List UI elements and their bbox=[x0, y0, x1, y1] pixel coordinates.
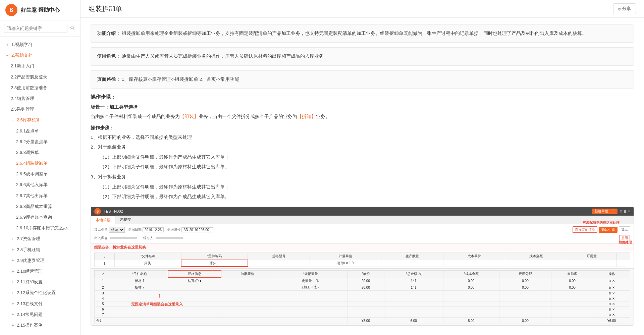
screenshot-container: 6 TEST-H002 新建单据一工 ⚙ ☰ ✕ 本地单据 未提交 bbox=[91, 207, 634, 326]
logo-icon: 6 bbox=[5, 4, 17, 16]
path-text: 1、库存核算->库存管理->组装拆卸单 2、首页->常用功能 bbox=[122, 77, 239, 82]
sidebar-item-coupon[interactable]: ＋ 2.9优惠券管理 bbox=[0, 255, 80, 266]
step3-1: （1）上部明细为父件明细，最终作为原材料生成其它出库单； bbox=[91, 183, 634, 191]
mock-lower-row4: 4 ⊕ ✕ bbox=[95, 296, 630, 301]
sidebar-item-purchase[interactable]: 2.5采购管理 bbox=[0, 104, 80, 115]
search-button[interactable] bbox=[69, 24, 76, 33]
plus-icon-sys: ＋ bbox=[11, 290, 15, 296]
mock-bom-indicator: 选择装配清单 bbox=[573, 226, 597, 233]
mock-form-row2: 出入库仓 经办人 启用 启用处理 bbox=[94, 235, 630, 241]
mock-operator bbox=[156, 237, 183, 239]
step2-1: （1）上部明细为父件明细，最终作为产成品生成其它入库单； bbox=[91, 153, 634, 162]
mock-upper-table-container: √ *父件名称 *父件编码 规格型号 计量单位 生产数量 成本单价 成本金额 可… bbox=[91, 251, 634, 268]
mock-lower-footer: 合计 ¥8.00 6.00 8.00 0.00 ¥6.00 bbox=[95, 318, 630, 324]
mock-tab-unsub[interactable]: 未提交 bbox=[115, 216, 136, 224]
plus-icon-cas: ＋ bbox=[11, 323, 15, 328]
sidebar-item-install[interactable]: 2.2产品安装及登录 bbox=[0, 72, 80, 82]
step2-2: （2）下部明细为子件明细，最终作为原材料生成其它出库单。 bbox=[91, 163, 634, 171]
mock-upper-table: √ *父件名称 *父件编码 规格型号 计量单位 生产数量 成本单价 成本金额 可… bbox=[94, 253, 630, 267]
sidebar-item-stock-error[interactable]: 2.6.10库存账本错了怎么办 bbox=[0, 223, 80, 233]
sidebar-item-video[interactable]: ＋ 1.视频学习 bbox=[0, 39, 80, 50]
sidebar-item-stock-query[interactable]: 2.6.9库存账本查询 bbox=[0, 212, 80, 223]
minus-icon: － bbox=[5, 53, 9, 58]
step1: 1、根据不同的业务，选择不同单据的类型来处理 bbox=[91, 133, 634, 142]
intro-label: 功能介绍： bbox=[97, 31, 120, 36]
plus-icon-fin: ＋ bbox=[11, 236, 15, 242]
sidebar-item-print[interactable]: ＋ 2.11打印设置 bbox=[0, 277, 80, 287]
sidebar-item-other-out[interactable]: 2.6.7其他出库单 bbox=[0, 190, 80, 201]
mock-lower-table: √ *子件名称 规格信息 装配规格 *装配数量 *单价 *总金额 次 *成本金额… bbox=[94, 270, 630, 324]
sidebar-item-cases[interactable]: ＋ 2.15操作案例 bbox=[0, 320, 80, 331]
app-name: 好生意 帮助中心 bbox=[21, 7, 60, 14]
sidebar-item-system-setting[interactable]: ＋ 2.12系统个性化设置 bbox=[0, 287, 80, 298]
sidebar-item-newbie[interactable]: 2.1新手入门 bbox=[0, 61, 80, 71]
annotation-enable: 启用处理 bbox=[619, 240, 632, 245]
plus-icon-pay: ＋ bbox=[11, 301, 15, 306]
sidebar-item-assembly[interactable]: 2.6.4组装拆卸单 bbox=[0, 158, 80, 169]
nav-tree: ＋ 1.视频学习 － 2.帮助文档 2.1新手入门 2.2产品安装及登录 2.3… bbox=[0, 37, 80, 335]
step2: 2、对于组装业务 bbox=[91, 143, 634, 152]
operations-title: 操作步骤： bbox=[91, 94, 634, 100]
mock-logo: 6 bbox=[94, 208, 101, 215]
mock-tab-local[interactable]: 本地单据 bbox=[91, 216, 115, 224]
sidebar-item-online-pay[interactable]: ＋ 2.13在线支付 bbox=[0, 298, 80, 309]
sidebar-item-docs[interactable]: － 2.帮助文档 bbox=[0, 50, 80, 61]
sidebar-item-finance[interactable]: ＋ 2.7资金管理 bbox=[0, 233, 80, 244]
step3-2: （2）下部明细为子件明细，最终作为产成品生成其它入库单。 bbox=[91, 192, 634, 201]
sidebar-item-faq[interactable]: ＋ 2.14常见问题 bbox=[0, 309, 80, 320]
path-label: 页面路径： bbox=[97, 77, 120, 82]
sidebar-item-inventory[interactable]: － 2.6库存核算 bbox=[0, 115, 80, 125]
mock-bom-section: 选择装配清单 有装配清单的在这里处理 bbox=[573, 226, 597, 233]
plus-icon: ＋ bbox=[5, 42, 9, 48]
annotation-no-bom: 无固定清单可组装合在这里录入 bbox=[131, 302, 183, 307]
mock-type-select[interactable]: 组装 拆卸 bbox=[109, 227, 125, 233]
mock-enable-section: 启用 启用处理 bbox=[619, 235, 630, 241]
sidebar-item-stocktake[interactable]: 2.6.1盘点单 bbox=[0, 126, 80, 136]
minus-icon-inv: － bbox=[11, 117, 15, 123]
top-bar: 组装拆卸单 ⎋ 分享 bbox=[80, 0, 644, 18]
annotation-bom: 有装配清单的在这里处理 bbox=[583, 220, 620, 225]
search-input[interactable] bbox=[4, 24, 67, 33]
sidebar-item-sales[interactable]: 2.4销售管理 bbox=[0, 93, 80, 104]
role-block: 使用角色： 通常由生产人员或库管人员完成拆装业务的操作，库管人员确认原材料的出库… bbox=[91, 47, 634, 65]
sidebar: 6 好生意 帮助中心 ＋ 1.视频学习 － 2.帮助文档 2.1新手入门 2.2… bbox=[0, 0, 80, 335]
mock-form-actions: 选择装配清单 有装配清单的在这里处理 确认生成 导出 bbox=[573, 226, 630, 233]
assembly-bracket: 【组装】 bbox=[180, 114, 199, 119]
intro-text: 组装拆卸单用来处理企业组装或拆卸等加工业务，支持有固定装配清单的产品加工业务，也… bbox=[122, 31, 587, 36]
intro-block: 功能介绍： 组装拆卸单用来处理企业组装或拆卸等加工业务，支持有固定装配清单的产品… bbox=[91, 24, 634, 43]
mock-new-btn[interactable]: 新建单据一工 bbox=[592, 209, 618, 214]
scene-desc: 当由多个子件材料组装成一个成品的业务为【组装】业务，当由一个父件拆分成多个子产品… bbox=[91, 112, 634, 121]
mock-lower-row6: 6 ⊕ ✕ bbox=[95, 307, 630, 312]
page-title: 组装拆卸单 bbox=[89, 4, 122, 13]
mock-lower-row1: 1 板材 1 钻孔 ① ♦ 定数量 ÷ ① 20.00 141 0.00 0.0… bbox=[95, 278, 630, 284]
sidebar-item-data-prep[interactable]: 2.3使用前数据准备 bbox=[0, 82, 80, 93]
sidebar-item-ops[interactable]: ＋ 2.10经营管理 bbox=[0, 266, 80, 277]
main-area: 组装拆卸单 ⎋ 分享 功能介绍： 组装拆卸单用来处理企业组装或拆卸等加工业务，支… bbox=[80, 0, 644, 335]
step3: 3、对于拆装业务 bbox=[91, 173, 634, 181]
mock-tabs: 本地单据 未提交 bbox=[91, 216, 634, 224]
mock-form-row: 加工类型 组装 拆卸 单据日期 2019-12-26 单据编号 bbox=[94, 226, 630, 233]
annotation-type-switch: 组装业务、拆卸业务在这里切换 bbox=[91, 244, 634, 251]
disassembly-bracket: 【拆卸】 bbox=[297, 114, 316, 119]
mock-app-titlebar: 6 TEST-H002 新建单据一工 ⚙ ☰ ✕ bbox=[91, 207, 634, 216]
content-area: 功能介绍： 组装拆卸单用来处理企业组装或拆卸等加工业务，支持有固定装配清单的产品… bbox=[80, 18, 644, 335]
role-text: 通常由生产人员或库管人员完成拆装业务的操作，库管人员确认原材料的出库和产成品的入… bbox=[122, 54, 324, 59]
mock-form-area: 加工类型 组装 拆卸 单据日期 2019-12-26 单据编号 bbox=[91, 224, 634, 244]
sidebar-item-split-stocktake[interactable]: 2.6.2分量盘点单 bbox=[0, 136, 80, 147]
svg-line-1 bbox=[73, 29, 74, 30]
sidebar-item-other-in[interactable]: 2.6.6其他入库单 bbox=[0, 179, 80, 190]
plus-icon-prt: ＋ bbox=[11, 279, 15, 285]
mock-upper-header: √ *父件名称 *父件编码 规格型号 计量单位 生产数量 成本单价 成本金额 可… bbox=[95, 253, 630, 260]
mock-print-btn[interactable]: 导出 bbox=[619, 226, 630, 233]
sidebar-item-mobile[interactable]: ＋ 2.8手机旺铺 bbox=[0, 244, 80, 255]
plus-icon-faq: ＋ bbox=[11, 312, 15, 317]
share-button[interactable]: ⎋ 分享 bbox=[613, 3, 636, 14]
sidebar-item-cost-recalc[interactable]: 2.6.8商品成本重算 bbox=[0, 201, 80, 212]
mock-warehouse bbox=[110, 237, 137, 239]
mock-lower-row7: 7 ⊕ ✕ bbox=[95, 312, 630, 318]
plus-icon-mob: ＋ bbox=[11, 247, 15, 253]
plus-icon-ops: ＋ bbox=[11, 269, 15, 274]
mock-confirm-btn[interactable]: 确认生成 bbox=[599, 227, 618, 233]
sidebar-item-adjust[interactable]: 2.6.3调拨单 bbox=[0, 147, 80, 158]
sidebar-item-cost-adjust[interactable]: 2.6.5成本调整单 bbox=[0, 169, 80, 179]
